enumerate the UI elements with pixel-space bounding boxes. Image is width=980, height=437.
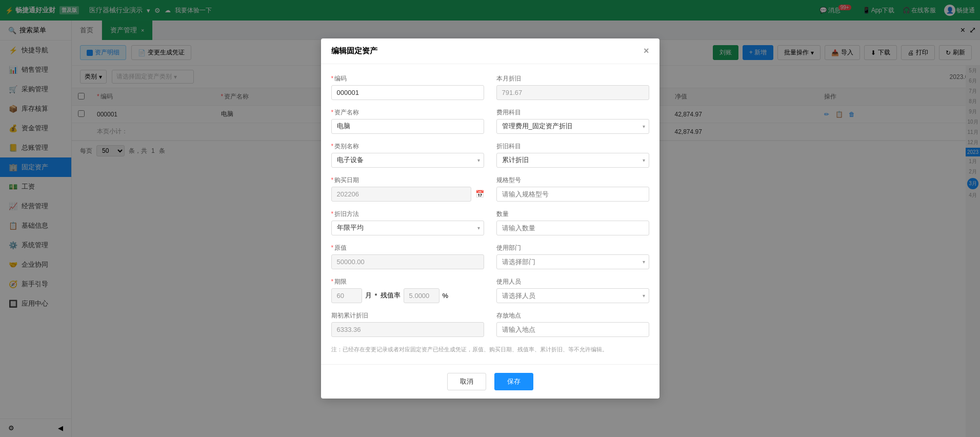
period-unit: 月 bbox=[365, 291, 372, 300]
user-input[interactable] bbox=[496, 288, 649, 303]
form-item-initial-dep: 期初累计折旧 bbox=[331, 311, 484, 337]
purchase-date-group: 📅 bbox=[331, 187, 484, 202]
user-select-wrapper: ▾ bbox=[496, 288, 649, 303]
category-input[interactable] bbox=[331, 153, 484, 168]
form-item-category: * 类别名称 ▾ bbox=[331, 142, 484, 168]
form-item-expense-subject: 费用科目 ▾ bbox=[496, 108, 649, 134]
storage-input[interactable] bbox=[496, 322, 649, 337]
expense-subject-label: 费用科目 bbox=[496, 108, 649, 117]
department-select-wrapper: ▾ bbox=[496, 254, 649, 269]
initial-dep-input bbox=[331, 322, 484, 337]
dep-method-input[interactable] bbox=[331, 221, 484, 235]
dep-subject-label: 折旧科目 bbox=[496, 142, 649, 151]
form-item-name: * 资产名称 bbox=[331, 108, 484, 134]
name-label: * 资产名称 bbox=[331, 108, 484, 117]
spec-label: 规格型号 bbox=[496, 176, 649, 185]
dep-method-select-wrapper: ▾ bbox=[331, 221, 484, 235]
form-item-dep-subject: 折旧科目 ▾ bbox=[496, 142, 649, 168]
storage-label: 存放地点 bbox=[496, 311, 649, 320]
dep-method-label: * 折旧方法 bbox=[331, 210, 484, 218]
quantity-label: 数量 bbox=[496, 210, 649, 218]
form-item-spec: 规格型号 bbox=[496, 176, 649, 202]
form-item-monthly-depreciation: 本月折旧 bbox=[496, 74, 649, 100]
user-label: 使用人员 bbox=[496, 277, 649, 286]
dep-subject-input[interactable] bbox=[496, 153, 649, 168]
original-value-input bbox=[331, 254, 484, 269]
purchase-date-input bbox=[331, 187, 471, 202]
original-value-label: * 原值 bbox=[331, 244, 484, 252]
dialog-close-icon[interactable]: × bbox=[644, 46, 649, 56]
dialog-note: 注：已经存在变更记录或者对应固定资产已经生成凭证，原值、购买日期、残值率、累计折… bbox=[331, 345, 649, 354]
dialog-title: 编辑固定资产 bbox=[331, 46, 377, 56]
category-label: * 类别名称 bbox=[331, 142, 484, 151]
edit-dialog: 编辑固定资产 × * 编码 本月折旧 bbox=[321, 38, 659, 399]
spec-input[interactable] bbox=[496, 187, 649, 202]
code-label: * 编码 bbox=[331, 74, 484, 83]
form-item-original-value: * 原值 bbox=[331, 244, 484, 269]
form-item-department: 使用部门 ▾ bbox=[496, 244, 649, 269]
purchase-date-label: * 购买日期 bbox=[331, 176, 484, 185]
residual-rate-input bbox=[404, 288, 439, 303]
form-item-quantity: 数量 bbox=[496, 210, 649, 235]
quantity-input[interactable] bbox=[496, 221, 649, 235]
name-input[interactable] bbox=[331, 119, 484, 134]
initial-dep-label: 期初累计折旧 bbox=[331, 311, 484, 320]
calendar-icon[interactable]: 📅 bbox=[475, 190, 484, 198]
department-label: 使用部门 bbox=[496, 244, 649, 252]
period-row: 月 * 残值率 % bbox=[331, 288, 484, 303]
code-input[interactable] bbox=[331, 85, 484, 100]
form-item-period: * 期限 月 * 残值率 % bbox=[331, 277, 484, 303]
department-input[interactable] bbox=[496, 254, 649, 269]
form-item-purchase-date: * 购买日期 📅 bbox=[331, 176, 484, 202]
period-input bbox=[331, 288, 362, 303]
form-item-dep-method: * 折旧方法 ▾ bbox=[331, 210, 484, 235]
modal-overlay: 编辑固定资产 × * 编码 本月折旧 bbox=[0, 0, 980, 437]
expense-subject-select-wrapper: ▾ bbox=[496, 119, 649, 134]
cancel-button[interactable]: 取消 bbox=[447, 373, 486, 390]
dialog-body: * 编码 本月折旧 * 资产名称 bbox=[321, 64, 659, 365]
monthly-dep-label: 本月折旧 bbox=[496, 74, 649, 83]
period-label: * 期限 bbox=[331, 277, 484, 286]
form-item-code: * 编码 bbox=[331, 74, 484, 100]
monthly-dep-input bbox=[496, 85, 649, 100]
save-button[interactable]: 保存 bbox=[494, 373, 533, 390]
dialog-footer: 取消 保存 bbox=[321, 364, 659, 399]
form-item-user: 使用人员 ▾ bbox=[496, 277, 649, 303]
form-grid: * 编码 本月折旧 * 资产名称 bbox=[331, 74, 649, 354]
dep-subject-select-wrapper: ▾ bbox=[496, 153, 649, 168]
category-select-wrapper: ▾ bbox=[331, 153, 484, 168]
dialog-header: 编辑固定资产 × bbox=[321, 38, 659, 64]
form-item-storage: 存放地点 bbox=[496, 311, 649, 337]
residual-rate-unit: % bbox=[443, 292, 449, 300]
expense-subject-input[interactable] bbox=[496, 119, 649, 134]
